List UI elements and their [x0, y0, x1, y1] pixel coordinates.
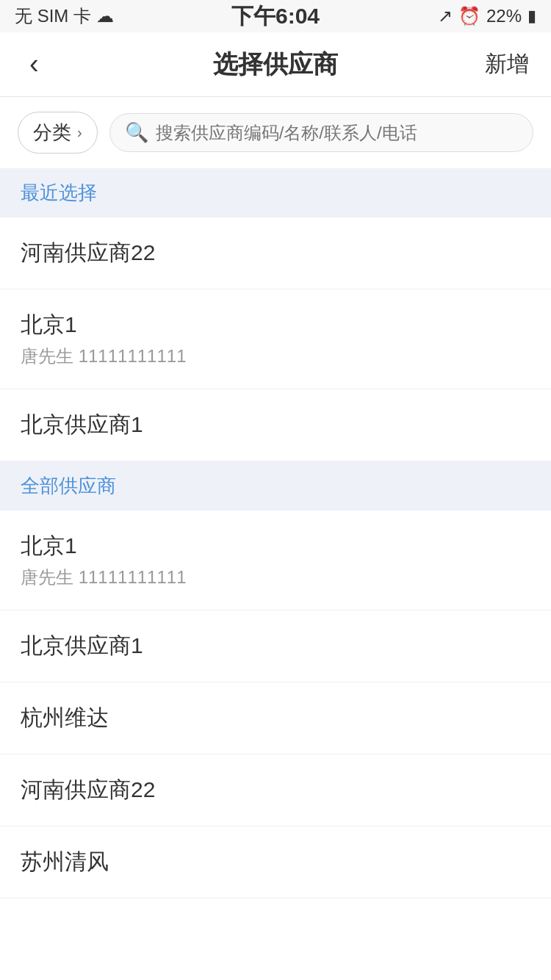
- category-button[interactable]: 分类 ›: [18, 112, 98, 154]
- item-name: 河南供应商22: [21, 775, 530, 805]
- location-icon: ↗: [438, 6, 453, 26]
- page-title: 选择供应商: [213, 48, 338, 82]
- search-input[interactable]: [156, 123, 518, 143]
- recent-items-list: 河南供应商22北京1唐先生 11111111111北京供应商1: [0, 217, 551, 461]
- status-time: 下午6:04: [231, 1, 320, 32]
- sim-label: 无 SIM 卡 ☁: [15, 4, 114, 28]
- status-bar: 无 SIM 卡 ☁ 下午6:04 ↗ ⏰ 22% ▮: [0, 0, 551, 32]
- chevron-right-icon: ›: [77, 124, 82, 141]
- battery-icon: ▮: [527, 7, 536, 26]
- search-bar: 分类 › 🔍: [0, 97, 551, 168]
- status-right: ↗ ⏰ 22% ▮: [438, 6, 536, 26]
- all-items-list: 北京1唐先生 11111111111北京供应商1杭州维达河南供应商22苏州清风: [0, 511, 551, 898]
- list-item[interactable]: 北京供应商1: [0, 610, 551, 682]
- item-name: 河南供应商22: [21, 238, 530, 268]
- alarm-icon: ⏰: [458, 6, 480, 26]
- list-item[interactable]: 北京1唐先生 11111111111: [0, 511, 551, 610]
- add-button[interactable]: 新增: [485, 49, 529, 79]
- item-sub: 唐先生 11111111111: [21, 345, 530, 368]
- recent-section-label: 最近选择: [21, 181, 97, 203]
- all-section-header: 全部供应商: [0, 461, 551, 511]
- item-name: 杭州维达: [21, 703, 530, 733]
- item-name: 北京供应商1: [21, 631, 530, 661]
- list-item[interactable]: 北京供应商1: [0, 389, 551, 461]
- list-item[interactable]: 河南供应商22: [0, 217, 551, 289]
- search-icon: 🔍: [125, 121, 148, 144]
- item-sub: 唐先生 11111111111: [21, 566, 530, 589]
- battery-label: 22%: [486, 6, 522, 26]
- item-name: 北京供应商1: [21, 410, 530, 440]
- item-name: 苏州清风: [21, 847, 530, 877]
- list-item[interactable]: 杭州维达: [0, 682, 551, 754]
- item-name: 北京1: [21, 531, 530, 561]
- all-section-label: 全部供应商: [21, 475, 116, 497]
- item-name: 北京1: [21, 310, 530, 340]
- search-input-wrap[interactable]: 🔍: [109, 113, 533, 152]
- list-item[interactable]: 河南供应商22: [0, 754, 551, 826]
- category-label: 分类: [33, 120, 71, 145]
- list-item[interactable]: 北京1唐先生 11111111111: [0, 289, 551, 389]
- nav-bar: ‹ 选择供应商 新增: [0, 32, 551, 97]
- recent-section-header: 最近选择: [0, 168, 551, 217]
- status-left: 无 SIM 卡 ☁: [15, 4, 114, 28]
- list-item[interactable]: 苏州清风: [0, 826, 551, 898]
- back-button[interactable]: ‹: [22, 41, 46, 87]
